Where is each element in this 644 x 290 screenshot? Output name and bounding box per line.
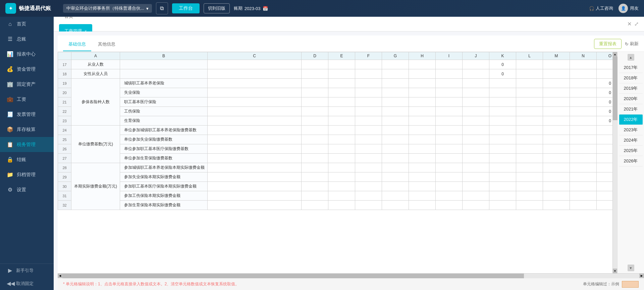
cell-30-M[interactable]	[543, 182, 570, 191]
cell-32-C[interactable]	[208, 201, 302, 210]
cell-21-O[interactable]: 0	[597, 97, 613, 107]
cell-19-F[interactable]	[355, 79, 382, 88]
cell-26-O[interactable]	[597, 144, 613, 154]
h-scroll-right-button[interactable]: ▶	[639, 274, 644, 278]
sidebar-item-invoice[interactable]: 🧾 发票管理	[0, 107, 54, 122]
cell-18-E[interactable]	[328, 69, 355, 79]
cell-18-G[interactable]	[382, 69, 409, 79]
cell-28-E[interactable]	[328, 163, 355, 172]
cell-27-M[interactable]	[543, 154, 570, 163]
cell-31-G[interactable]	[382, 191, 409, 201]
cell-31-M[interactable]	[543, 191, 570, 201]
cell-27-J[interactable]	[463, 154, 489, 163]
cell-25-D[interactable]	[302, 135, 328, 144]
cell-22-I[interactable]	[436, 107, 463, 116]
cell-26-F[interactable]	[355, 144, 382, 154]
cell-22-N[interactable]	[570, 107, 597, 116]
cell-19-M[interactable]	[543, 79, 570, 88]
year-item-2024年[interactable]: 2024年	[619, 135, 643, 146]
sidebar-item-closing[interactable]: 🔒 结账	[0, 152, 54, 167]
cell-23-K[interactable]	[489, 116, 516, 126]
cell-30-L[interactable]	[516, 182, 543, 191]
cell-27-E[interactable]	[328, 154, 355, 163]
cell-26-C[interactable]	[208, 144, 302, 154]
cell-24-A[interactable]: 单位缴费基数(万元)	[71, 126, 120, 163]
cell-19-K[interactable]	[489, 79, 516, 88]
cell-17-G[interactable]	[382, 60, 409, 69]
cell-21-D[interactable]	[302, 97, 328, 107]
cell-23-J[interactable]	[463, 116, 489, 126]
cell-20-H[interactable]	[409, 88, 436, 97]
cell-27-K[interactable]	[489, 154, 516, 163]
year-item-2026年[interactable]: 2026年	[619, 156, 643, 166]
cell-28-D[interactable]	[302, 163, 328, 172]
cell-17-I[interactable]	[436, 60, 463, 69]
human-consult-area[interactable]: 🎧 人工咨询	[589, 5, 613, 11]
cell-30-K[interactable]	[489, 182, 516, 191]
cell-25-E[interactable]	[328, 135, 355, 144]
cell-18-K[interactable]: 0	[489, 69, 516, 79]
cell-30-I[interactable]	[436, 182, 463, 191]
cell-27-F[interactable]	[355, 154, 382, 163]
cell-19-L[interactable]	[516, 79, 543, 88]
cell-18-L[interactable]	[516, 69, 543, 79]
cell-32-M[interactable]	[543, 201, 570, 210]
cell-24-G[interactable]	[382, 126, 409, 135]
cell-20-N[interactable]	[570, 88, 597, 97]
cell-25-O[interactable]	[597, 135, 613, 144]
cell-29-J[interactable]	[463, 172, 489, 182]
cell-29-G[interactable]	[382, 172, 409, 182]
cell-30-E[interactable]	[328, 182, 355, 191]
v-scroll-thumb[interactable]	[613, 57, 618, 120]
cell-22-D[interactable]	[302, 107, 328, 116]
cell-28-M[interactable]	[543, 163, 570, 172]
cell-26-K[interactable]	[489, 144, 516, 154]
h-scroll-track[interactable]	[62, 274, 639, 278]
sidebar-item-payroll[interactable]: 💼 工资	[0, 92, 54, 107]
cell-22-G[interactable]	[382, 107, 409, 116]
cell-30-B[interactable]: 参加职工基本医疗保险本期实际缴费金额	[120, 182, 208, 191]
cell-31-K[interactable]	[489, 191, 516, 201]
cell-32-H[interactable]	[409, 201, 436, 210]
cell-20-J[interactable]	[463, 88, 489, 97]
year-item-2017年[interactable]: 2017年	[619, 63, 643, 73]
h-scroll-thumb[interactable]	[62, 274, 524, 278]
reset-report-button[interactable]: 重置报表	[594, 39, 622, 49]
cell-26-L[interactable]	[516, 144, 543, 154]
sub-tab-basic[interactable]: 基础信息	[63, 39, 91, 51]
cell-32-N[interactable]	[570, 201, 597, 210]
cell-32-I[interactable]	[436, 201, 463, 210]
cell-24-F[interactable]	[355, 126, 382, 135]
cell-28-I[interactable]	[436, 163, 463, 172]
cell-28-N[interactable]	[570, 163, 597, 172]
cell-31-C[interactable]	[208, 191, 302, 201]
cell-27-I[interactable]	[436, 154, 463, 163]
cell-26-M[interactable]	[543, 144, 570, 154]
cell-30-J[interactable]	[463, 182, 489, 191]
cell-18-A[interactable]: 女性从业人员	[71, 69, 120, 79]
year-item-2019年[interactable]: 2019年	[619, 83, 643, 94]
cell-17-D[interactable]	[302, 60, 328, 69]
cell-27-N[interactable]	[570, 154, 597, 163]
cell-21-G[interactable]	[382, 97, 409, 107]
scroll-up-button[interactable]: ▲	[613, 52, 617, 57]
cell-27-G[interactable]	[382, 154, 409, 163]
cell-25-K[interactable]	[489, 135, 516, 144]
cell-24-I[interactable]	[436, 126, 463, 135]
cell-18-O[interactable]	[597, 69, 613, 79]
cell-17-K[interactable]: 0	[489, 60, 516, 69]
cell-17-M[interactable]	[543, 60, 570, 69]
cell-21-L[interactable]	[516, 97, 543, 107]
cell-28-G[interactable]	[382, 163, 409, 172]
cell-29-F[interactable]	[355, 172, 382, 182]
cell-21-K[interactable]	[489, 97, 516, 107]
cell-22-J[interactable]	[463, 107, 489, 116]
scroll-down-year-button[interactable]: ▼	[628, 265, 634, 271]
cell-26-I[interactable]	[436, 144, 463, 154]
copy-button[interactable]: ⧉	[156, 2, 168, 14]
cell-31-I[interactable]	[436, 191, 463, 201]
cell-29-C[interactable]	[208, 172, 302, 182]
cell-29-H[interactable]	[409, 172, 436, 182]
cell-23-L[interactable]	[516, 116, 543, 126]
cell-23-F[interactable]	[355, 116, 382, 126]
